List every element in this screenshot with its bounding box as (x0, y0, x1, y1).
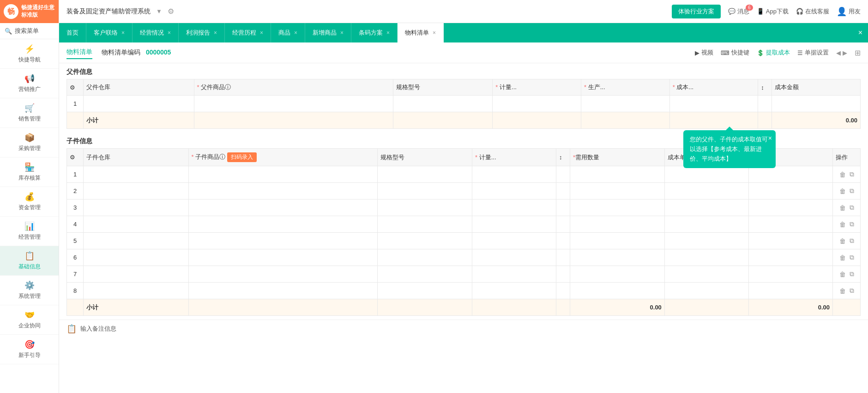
child-row-6-qty[interactable] (570, 249, 665, 266)
child-row-4-warehouse[interactable] (84, 216, 189, 233)
child-th-settings[interactable]: ⚙ (67, 149, 84, 166)
sidebar-item-finance[interactable]: 💰 资金管理 (0, 187, 59, 217)
child-row-2-unit[interactable] (472, 183, 556, 200)
child-row-4-product[interactable] (188, 216, 378, 233)
tab-operation-status-close[interactable]: × (168, 30, 171, 36)
child-row-5-spec[interactable] (378, 233, 472, 249)
child-row-1-product[interactable] (188, 166, 378, 183)
scan-button[interactable]: 扫码录入 (227, 152, 257, 162)
parent-row-1-cost[interactable] (669, 96, 758, 112)
child-row-7-product[interactable] (188, 266, 378, 283)
child-row-1-spec[interactable] (378, 166, 472, 183)
parent-row-1-produce[interactable] (581, 96, 670, 112)
child-row-6-spec[interactable] (378, 249, 472, 266)
trial-button[interactable]: 体验行业方案 (672, 5, 721, 18)
parent-row-1-unit[interactable] (493, 96, 581, 112)
extract-cost-action[interactable]: 💲 提取成本 (757, 48, 790, 57)
sidebar-item-collab[interactable]: 🤝 企业协同 (0, 305, 59, 335)
single-setting-action[interactable]: ☰ 单据设置 (797, 48, 829, 57)
child-row-4-delete-icon[interactable]: 🗑 (839, 221, 846, 228)
next-icon[interactable]: ▶ (843, 49, 847, 56)
child-row-4-qty[interactable] (570, 216, 665, 233)
chevron-down-icon[interactable]: ▼ (156, 8, 162, 15)
child-row-5-copy-icon[interactable]: ⧉ (850, 237, 854, 245)
child-row-8-unit[interactable] (472, 283, 556, 299)
tab-barcode-close[interactable]: × (386, 30, 390, 36)
tab-customer[interactable]: 客户联络 × (86, 23, 133, 42)
child-row-5-unit[interactable] (472, 233, 556, 249)
sidebar-item-purchase[interactable]: 📦 采购管理 (0, 128, 59, 157)
child-row-6-delete-icon[interactable]: 🗑 (839, 254, 846, 261)
sidebar-item-inventory[interactable]: 🏪 库存核算 (0, 157, 59, 187)
child-row-8-product[interactable] (188, 283, 378, 299)
child-row-2-warehouse[interactable] (84, 183, 189, 200)
child-row-7-copy-icon[interactable]: ⧉ (850, 270, 854, 278)
child-row-3-product[interactable] (188, 200, 378, 216)
settings-icon[interactable]: ⚙ (168, 7, 174, 16)
tab-profit-close[interactable]: × (214, 30, 217, 36)
child-row-8-delete-icon[interactable]: 🗑 (839, 287, 846, 295)
child-row-2-delete-icon[interactable]: 🗑 (839, 187, 846, 195)
sidebar-item-system[interactable]: ⚙️ 系统管理 (0, 276, 59, 305)
child-row-7-spec[interactable] (378, 266, 472, 283)
child-row-7-qty[interactable] (570, 266, 665, 283)
tab-products[interactable]: 商品 × (271, 23, 305, 42)
message-button[interactable]: 💬 消息 6 (728, 7, 749, 16)
shortcut-action[interactable]: ⌨ 快捷键 (721, 48, 749, 57)
child-row-4-spec[interactable] (378, 216, 472, 233)
tab-customer-close[interactable]: × (121, 30, 125, 36)
child-row-6-product[interactable] (188, 249, 378, 266)
tab-new-product[interactable]: 新增商品 × (305, 23, 351, 42)
nav-close-all[interactable]: × (853, 29, 868, 37)
grid-view-icon[interactable]: ⊞ (855, 48, 861, 57)
online-service-button[interactable]: 🎧 在线客服 (796, 7, 829, 16)
user-button[interactable]: 👤 用友 (837, 6, 861, 17)
child-row-3-qty[interactable] (570, 200, 665, 216)
sidebar-search[interactable]: 🔍 搜索菜单 (0, 23, 59, 39)
tab-operation-status[interactable]: 经营情况 × (133, 23, 179, 42)
video-action[interactable]: ▶ 视频 (695, 48, 713, 57)
parent-row-1-warehouse[interactable] (84, 96, 194, 112)
tab-home[interactable]: 首页 (59, 23, 86, 42)
tooltip-close[interactable]: × (768, 133, 772, 143)
child-row-1-copy-icon[interactable]: ⧉ (850, 170, 854, 178)
child-row-8-copy-icon[interactable]: ⧉ (850, 287, 854, 295)
page-tab-bom-list[interactable]: 物料清单 (66, 46, 92, 59)
tab-history-close[interactable]: × (260, 30, 263, 36)
child-row-4-unit[interactable] (472, 216, 556, 233)
child-row-3-spec[interactable] (378, 200, 472, 216)
child-row-2-qty[interactable] (570, 183, 665, 200)
child-row-6-copy-icon[interactable]: ⧉ (850, 254, 854, 261)
child-row-3-copy-icon[interactable]: ⧉ (850, 204, 854, 212)
tab-bom[interactable]: 物料清单 × (398, 23, 444, 42)
child-row-8-qty[interactable] (570, 283, 665, 299)
child-row-5-product[interactable] (188, 233, 378, 249)
tab-history[interactable]: 经营历程 × (225, 23, 271, 42)
tab-new-product-close[interactable]: × (340, 30, 344, 36)
child-row-5-qty[interactable] (570, 233, 665, 249)
parent-row-1-spec[interactable] (393, 96, 493, 112)
child-row-7-unit[interactable] (472, 266, 556, 283)
child-row-6-unit[interactable] (472, 249, 556, 266)
child-row-5-delete-icon[interactable]: 🗑 (839, 237, 846, 245)
app-download-button[interactable]: 📱 App下载 (757, 7, 789, 16)
sidebar-item-sales[interactable]: 🛒 销售管理 (0, 98, 59, 128)
prev-icon[interactable]: ◀ (836, 49, 841, 56)
parent-th-settings[interactable]: ⚙ (67, 79, 84, 96)
tab-bom-close[interactable]: × (433, 30, 436, 36)
child-row-1-qty[interactable] (570, 166, 665, 183)
child-row-7-delete-icon[interactable]: 🗑 (839, 271, 846, 278)
sidebar-item-basic[interactable]: 📋 基础信息 (0, 246, 59, 276)
child-row-3-delete-icon[interactable]: 🗑 (839, 204, 846, 212)
child-row-8-warehouse[interactable] (84, 283, 189, 299)
child-row-1-unit[interactable] (472, 166, 556, 183)
child-row-2-product[interactable] (188, 183, 378, 200)
child-row-6-warehouse[interactable] (84, 249, 189, 266)
child-row-7-warehouse[interactable] (84, 266, 189, 283)
child-row-1-delete-icon[interactable]: 🗑 (839, 171, 846, 178)
child-row-4-copy-icon[interactable]: ⧉ (850, 220, 854, 228)
child-row-2-copy-icon[interactable]: ⧉ (850, 187, 854, 195)
sidebar-item-marketing[interactable]: 📢 营销推广 (0, 69, 59, 98)
child-row-3-unit[interactable] (472, 200, 556, 216)
child-row-5-warehouse[interactable] (84, 233, 189, 249)
